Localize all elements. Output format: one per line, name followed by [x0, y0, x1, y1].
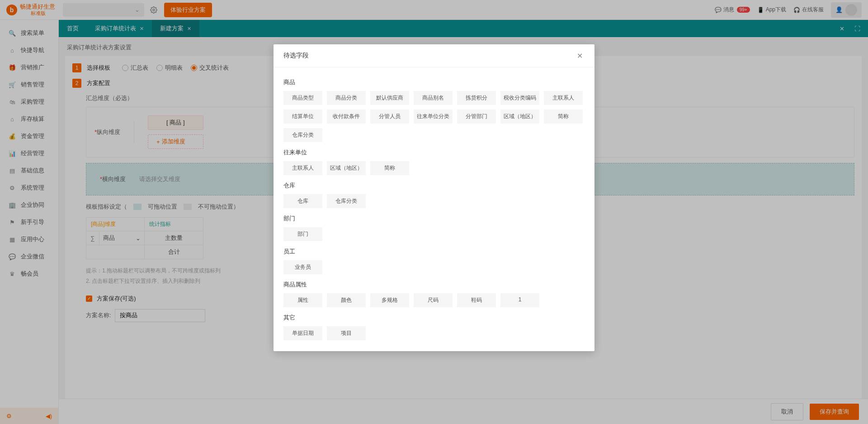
field-chip-0-2[interactable]: 默认供应商	[370, 91, 409, 105]
field-chip-6-1[interactable]: 项目	[327, 326, 366, 340]
field-chip-5-2[interactable]: 多规格	[370, 293, 409, 307]
modal-close-button[interactable]: ✕	[575, 51, 585, 61]
field-chip-3-0[interactable]: 部门	[283, 227, 322, 241]
field-chip-0-3[interactable]: 商品别名	[414, 91, 453, 105]
modal-title: 待选字段	[283, 52, 309, 60]
modal-overlay[interactable]: 待选字段 ✕ 商品商品类型商品分类默认供应商商品别名拣货积分税收分类编码主联系人…	[0, 0, 868, 424]
field-chip-0-12[interactable]: 区域（地区）	[500, 110, 539, 124]
field-chip-0-8[interactable]: 收付款条件	[327, 110, 366, 124]
field-chip-6-0[interactable]: 单据日期	[283, 326, 322, 340]
field-group-title-2: 仓库	[283, 181, 585, 190]
field-group-title-6: 其它	[283, 314, 585, 322]
field-chip-4-0[interactable]: 业务员	[283, 260, 322, 274]
field-chip-0-10[interactable]: 往来单位分类	[414, 110, 453, 124]
field-chip-1-0[interactable]: 主联系人	[283, 161, 322, 175]
field-chip-5-5[interactable]: 1	[500, 293, 539, 307]
field-chip-2-1[interactable]: 仓库分类	[327, 194, 366, 208]
field-chip-5-3[interactable]: 尺码	[414, 293, 453, 307]
field-chip-0-14[interactable]: 仓库分类	[283, 128, 322, 142]
field-chip-1-1[interactable]: 区域（地区）	[327, 161, 366, 175]
field-chip-0-9[interactable]: 分管人员	[370, 110, 409, 124]
field-chip-0-13[interactable]: 简称	[544, 110, 583, 124]
field-chip-0-0[interactable]: 商品类型	[283, 91, 322, 105]
field-group-title-4: 员工	[283, 248, 585, 256]
field-chip-0-5[interactable]: 税收分类编码	[500, 91, 539, 105]
field-chip-0-7[interactable]: 结算单位	[283, 110, 322, 124]
field-chip-5-4[interactable]: 鞋码	[457, 293, 496, 307]
field-group-title-1: 往来单位	[283, 148, 585, 157]
field-chip-5-0[interactable]: 属性	[283, 293, 322, 307]
field-chip-0-6[interactable]: 主联系人	[544, 91, 583, 105]
field-picker-modal: 待选字段 ✕ 商品商品类型商品分类默认供应商商品别名拣货积分税收分类编码主联系人…	[274, 44, 594, 351]
field-group-title-0: 商品	[283, 78, 585, 86]
field-chip-0-1[interactable]: 商品分类	[327, 91, 366, 105]
field-chip-1-2[interactable]: 简称	[370, 161, 409, 175]
field-chip-0-4[interactable]: 拣货积分	[457, 91, 496, 105]
field-group-title-3: 部门	[283, 214, 585, 223]
field-chip-5-1[interactable]: 颜色	[327, 293, 366, 307]
field-chip-2-0[interactable]: 仓库	[283, 194, 322, 208]
field-chip-0-11[interactable]: 分管部门	[457, 110, 496, 124]
field-group-title-5: 商品属性	[283, 281, 585, 289]
